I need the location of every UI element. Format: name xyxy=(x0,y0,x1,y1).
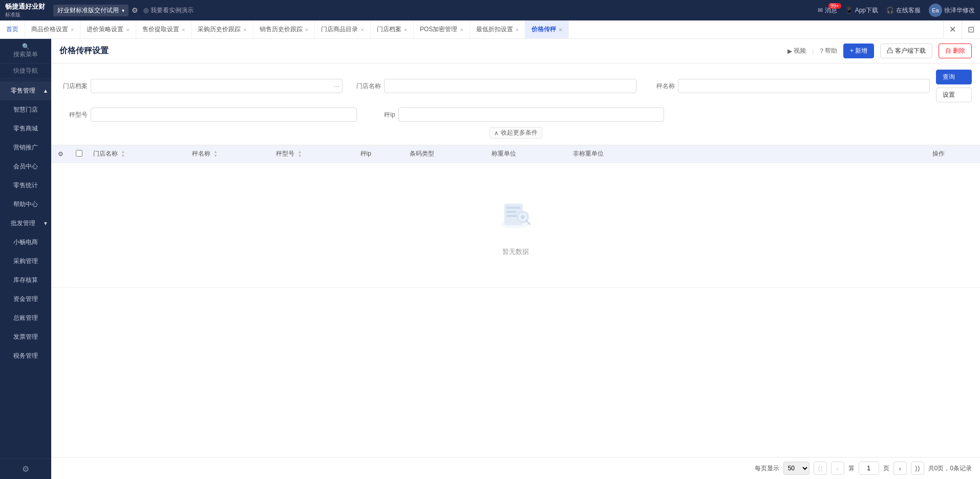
sidebar-item-invoice[interactable]: 发票管理 xyxy=(0,328,51,346)
scale-model-input-wrap xyxy=(91,107,357,122)
sidebar-item-inventory[interactable]: 库存核算 xyxy=(0,271,51,290)
sidebar-item-wholesale[interactable]: 批发管理 ▼ xyxy=(0,214,51,233)
sidebar-settings-button[interactable]: ⚙ xyxy=(0,459,51,479)
sidebar-item-marketing[interactable]: 营销推广 xyxy=(0,138,51,157)
filter-scale-name: 秤名称 xyxy=(647,79,930,93)
main-area: 🔍 搜索菜单 快捷导航 零售管理 ▲ 智慧门店 零售商城 营销推广 会员中心 xyxy=(0,39,980,479)
sort-icon[interactable]: ▲▼ xyxy=(214,150,218,158)
pagination-bar: 每页显示 50 10 20 100 ⟨⟨ ‹ 算 页 › ⟩⟩ 共0页，0条记录 xyxy=(51,457,980,479)
maximize-tab-button[interactable]: ⊡ xyxy=(962,20,980,39)
close-icon[interactable]: × xyxy=(243,27,246,33)
sidebar-item-label: 智慧门店 xyxy=(3,105,48,114)
next-page-button[interactable]: › xyxy=(893,462,907,475)
add-label: + 新增 xyxy=(850,47,867,55)
th-settings[interactable]: ⚙ xyxy=(51,145,70,163)
download-button[interactable]: 凸 客户端下载 xyxy=(880,43,932,58)
chevron-down-icon: ▾ xyxy=(122,8,124,13)
close-icon[interactable]: × xyxy=(559,27,562,33)
close-icon[interactable]: × xyxy=(404,27,407,33)
close-icon[interactable]: × xyxy=(71,27,74,33)
filter-row-1: 门店档案 ··· 门店名称 秤名称 xyxy=(59,70,972,102)
svg-rect-2 xyxy=(506,207,521,209)
sidebar-item-retail-stats[interactable]: 零售统计 xyxy=(0,176,51,195)
sidebar-item-label: 库存核算 xyxy=(3,276,48,285)
search-icon: 🔍 xyxy=(22,43,30,50)
sidebar-item-retail-mall[interactable]: 零售商城 xyxy=(0,119,51,138)
sidebar-item-label: 帮助中心 xyxy=(3,200,48,209)
select-all-checkbox[interactable] xyxy=(76,150,82,157)
page-size-select[interactable]: 50 10 20 100 xyxy=(783,462,809,475)
first-page-button[interactable]: ⟨⟨ xyxy=(814,462,827,475)
filter-collapse: ∧ 收起更多条件 xyxy=(59,127,972,139)
th-checkbox[interactable] xyxy=(70,145,88,163)
tab-min-discount[interactable]: 最低折扣设置 × xyxy=(470,20,525,39)
last-page-button[interactable]: ⟩⟩ xyxy=(911,462,924,475)
close-tab-button[interactable]: ✕ xyxy=(943,20,962,39)
sidebar-item-label: 营销推广 xyxy=(3,143,48,152)
eye-icon: ◎ xyxy=(143,7,148,14)
user-menu-button[interactable]: Ea 徐泽华修改 xyxy=(929,4,975,17)
sidebar-item-tax[interactable]: 税务管理 xyxy=(0,346,51,365)
sidebar-item-finance[interactable]: 资金管理 xyxy=(0,290,51,309)
gear-icon[interactable]: ⚙ xyxy=(132,6,138,14)
online-service-button[interactable]: 🎧 在线客服 xyxy=(886,6,921,15)
tab-label: 销售历史价跟踪 xyxy=(260,25,303,34)
app-download-label: App下载 xyxy=(855,6,878,15)
close-icon[interactable]: × xyxy=(182,27,185,33)
tab-price-scale[interactable]: 价格传秤 × xyxy=(525,20,568,39)
tab-sale-history[interactable]: 销售历史价跟踪 × xyxy=(253,20,315,39)
page-suffix: 页 xyxy=(883,464,889,473)
tab-label: 采购历史价跟踪 xyxy=(198,25,241,34)
sidebar-item-ecommerce[interactable]: 小畅电商 xyxy=(0,233,51,252)
collapse-button[interactable]: ∧ 收起更多条件 xyxy=(489,127,542,139)
sidebar-item-purchase[interactable]: 采购管理 xyxy=(0,252,51,271)
scale-ip-input[interactable] xyxy=(398,107,665,122)
sidebar-item-retail-management[interactable]: 零售管理 ▲ xyxy=(0,81,51,100)
help-link[interactable]: ? 帮助 xyxy=(820,47,837,55)
prev-page-button[interactable]: ‹ xyxy=(831,462,844,475)
tab-pos[interactable]: POS加密管理 × xyxy=(414,20,470,39)
close-icon[interactable]: × xyxy=(360,27,364,33)
question-icon: ? xyxy=(820,48,823,55)
divider: | xyxy=(812,47,814,55)
delete-button[interactable]: 自 删除 xyxy=(939,43,972,58)
query-button[interactable]: 查询 xyxy=(936,70,972,84)
tab-home[interactable]: 首页 xyxy=(0,20,25,39)
sort-icon[interactable]: ▲▼ xyxy=(297,150,302,158)
sidebar-item-smart-store[interactable]: 智慧门店 xyxy=(0,100,51,119)
app-download-button[interactable]: 📱 App下载 xyxy=(845,6,878,15)
video-label: 视频 xyxy=(794,47,806,55)
download-label: 凸 客户端下载 xyxy=(887,47,925,55)
version-selector[interactable]: 好业财标准版交付试用 ▾ xyxy=(53,5,129,16)
sidebar-item-help-center[interactable]: 帮助中心 xyxy=(0,195,51,214)
tab-store-catalog[interactable]: 门店商品目录 × xyxy=(315,20,370,39)
store-archive-input[interactable] xyxy=(91,79,343,93)
add-button[interactable]: + 新增 xyxy=(843,43,874,58)
sidebar-item-member-center[interactable]: 会员中心 xyxy=(0,157,51,176)
close-icon[interactable]: × xyxy=(460,27,463,33)
avatar-text: Ea xyxy=(932,7,939,13)
sidebar-search[interactable]: 🔍 搜索菜单 xyxy=(0,39,51,63)
scale-model-input[interactable] xyxy=(91,107,357,122)
messages-button[interactable]: ✉ 消息 99+ xyxy=(818,6,837,15)
demo-link[interactable]: ◎ 我要看实例演示 xyxy=(143,6,194,15)
ellipsis-icon[interactable]: ··· xyxy=(334,82,340,90)
page-title: 价格传秤设置 xyxy=(59,46,109,56)
sort-icon[interactable]: ▲▼ xyxy=(121,150,125,158)
tab-sale-price[interactable]: 售价提取设置 × xyxy=(136,20,191,39)
video-link[interactable]: ▶ 视频 xyxy=(787,47,806,55)
close-icon[interactable]: × xyxy=(305,27,308,33)
store-name-input[interactable] xyxy=(384,79,636,93)
tab-purchase-history[interactable]: 采购历史价跟踪 × xyxy=(191,20,253,39)
download-icon: 📱 xyxy=(845,7,853,14)
page-number-input[interactable] xyxy=(859,462,879,475)
close-icon[interactable]: × xyxy=(126,27,129,33)
sidebar-item-general-ledger[interactable]: 总账管理 xyxy=(0,309,51,328)
close-icon[interactable]: × xyxy=(516,27,519,33)
tab-purchase-strategy[interactable]: 进价策略设置 × xyxy=(80,20,136,39)
tab-store-archive[interactable]: 门店档案 × xyxy=(371,20,414,39)
settings-query-button[interactable]: 设置 xyxy=(936,88,972,102)
sidebar-quick-nav[interactable]: 快捷导航 xyxy=(0,63,51,79)
tab-product-price[interactable]: 商品价格设置 × xyxy=(25,20,80,39)
scale-name-input[interactable] xyxy=(678,79,930,93)
